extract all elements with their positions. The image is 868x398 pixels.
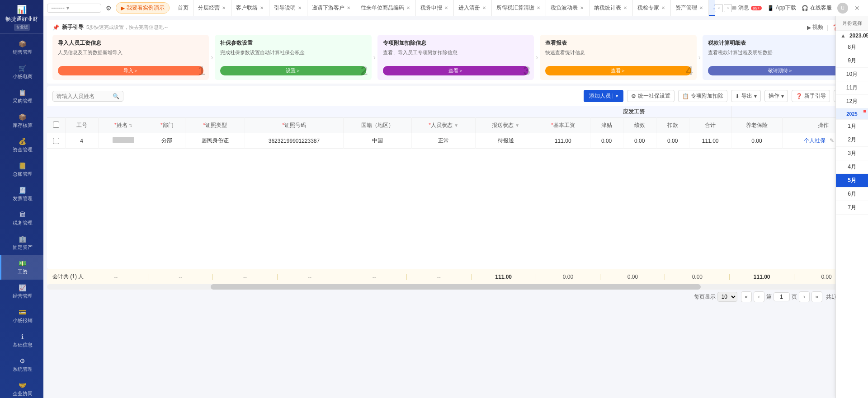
month-prev-button[interactable]: ▲ [839,32,848,40]
next-page-button[interactable]: › [799,291,810,302]
tab-home[interactable]: 首页 [173,0,193,16]
row-checkbox[interactable] [53,138,59,144]
tab-close-icon[interactable]: ✕ [406,5,411,11]
step-2-button[interactable]: 设置＞ [220,66,366,75]
step-4-button[interactable]: 查看＞ [545,66,691,75]
sidebar-item-label: 采购管理 [13,98,33,104]
tab-clearance[interactable]: 进入清册 ✕ [454,0,492,16]
export-button[interactable]: ⬇ 导出 ▾ [731,90,761,102]
month-item-6[interactable]: 6月 [836,187,868,201]
tab-tax-filing[interactable]: 税务申报 ✕ [416,0,454,16]
month-item-12[interactable]: 12月 [836,95,868,108]
online-service-button[interactable]: 🎧 在线客服 [802,4,832,12]
edition-badge: 专业版 [14,24,30,31]
month-item-4[interactable]: 4月 [836,160,868,174]
tab-tax-burden[interactable]: 税负波动表 ✕ [546,0,590,16]
app-close-icon[interactable]: ✕ [854,4,861,12]
special-deduction-button[interactable]: 📋 专项附加扣除 [678,90,727,102]
sidebar-item-baseinfo[interactable]: ℹ 基础信息 [0,328,43,353]
td-basic-salary: 111.00 [536,133,590,149]
sidebar-item-ecommerce[interactable]: 🛒 小畅电商 [0,60,43,84]
sidebar-item-finance[interactable]: 💰 资金管理 [0,133,43,158]
page-number-input[interactable] [774,292,790,301]
sidebar-item-ledger[interactable]: 📒 总账管理 [0,158,43,182]
step-5-button[interactable]: 敬请期待＞ [708,66,854,75]
sidebar-item-tax[interactable]: 🏛 税务管理 [0,206,43,231]
month-item-9[interactable]: 9月 [836,54,868,68]
select-all-checkbox[interactable] [53,122,59,128]
topnav-settings-icon[interactable]: ⚙ [103,3,114,14]
sidebar-item-system[interactable]: ⚙ 系统管理 [0,353,43,377]
prev-page-button[interactable]: ‹ [754,291,764,302]
company-selector[interactable]: ▪▪▪▪▪▪▪ ▾ [47,4,101,13]
month-item-5[interactable]: 5月 [836,174,868,187]
sidebar-item-collab[interactable]: 🤝 企业协同 [0,377,43,398]
horizontal-scrollbar[interactable] [47,284,864,290]
video-link[interactable]: ▶ 视频 [807,23,823,31]
tab-customer-contact[interactable]: 客户联络 ✕ [231,0,269,16]
tab-payroll[interactable]: 工资表 ✕ [709,0,715,16]
td-deduction: 0.00 [656,133,689,149]
month-item-2[interactable]: 2月 [836,133,868,147]
name-sort-icon[interactable]: ⇅ [129,123,132,128]
month-item-8[interactable]: 8月 [836,41,868,54]
sidebar-item-label: 小畅电商 [13,73,33,80]
tab-close-icon[interactable]: ✕ [297,5,302,11]
action-label: 导出 [741,92,752,100]
tab-tax-stats[interactable]: 纳税统计表 ✕ [590,0,633,16]
month-item-7[interactable]: 7月 [836,201,868,215]
tab-asset-mgmt[interactable]: 资产管理 ✕ [671,0,709,16]
step-arrow-4: › [697,35,703,80]
year-2025-item[interactable]: 2025 [836,108,868,120]
sidebar-item-invoice[interactable]: 🧾 发票管理 [0,182,43,206]
tab-product-code[interactable]: 往来单位商品编码 ✕ [356,0,416,16]
sidebar-item-salary[interactable]: 💵 工资 [0,255,43,280]
beginner-guide-button[interactable]: ❓ 新手引导 [792,90,830,102]
tab-close-icon[interactable]: ✕ [698,5,704,11]
tab-invite[interactable]: 邀请下游客户 ✕ [307,0,356,16]
send-filter-icon[interactable]: ▼ [515,123,519,128]
tab-close-icon[interactable]: ✕ [259,5,264,11]
tab-prev-arrow[interactable]: ‹ [715,4,723,12]
app-download-button[interactable]: 📱 App下载 [767,4,796,12]
tab-close-icon[interactable]: ✕ [660,5,666,11]
sidebar-item-assets[interactable]: 🏢 固定资产 [0,231,43,255]
add-employee-button[interactable]: 添加人员 ▾ [584,90,623,102]
sidebar-item-inventory[interactable]: 📦 库存核算 [0,109,43,133]
last-page-button[interactable]: » [811,291,822,302]
month-item-3[interactable]: 3月 [836,147,868,160]
month-item-1[interactable]: 1月 [836,120,868,133]
tab-close-icon[interactable]: ✕ [346,5,351,11]
tab-close-icon[interactable]: ✕ [536,5,541,11]
edit-icon[interactable]: ✎ [830,137,834,144]
employee-search-input[interactable] [57,93,111,99]
tab-close-icon[interactable]: ✕ [623,5,628,11]
tab-income-tax[interactable]: 所得税汇算清缴 ✕ [492,0,546,16]
page-size-dropdown[interactable]: 10 20 50 [717,292,737,302]
step-3-button[interactable]: 查看＞ [383,66,528,75]
tab-guide[interactable]: 引导说明 ✕ [269,0,307,16]
page-size-selector: 每页显示 10 20 50 [694,292,737,302]
tab-tax-expert[interactable]: 税检专家 ✕ [633,0,671,16]
first-page-button[interactable]: « [741,291,752,302]
message-button[interactable]: ✉ 消息 99+ [732,4,761,12]
user-avatar[interactable]: U [837,3,848,14]
tab-close-icon[interactable]: ✕ [481,5,487,11]
social-security-settings-button[interactable]: ⚙ 统一社保设置 [627,90,675,102]
month-item-10[interactable]: 10月 [836,68,868,81]
personal-social-insurance-link[interactable]: 个人社保 [804,137,826,144]
tab-close-icon[interactable]: ✕ [443,5,449,11]
demo-button[interactable]: ▶ 我要看实例演示 [116,2,170,14]
sidebar-item-expense[interactable]: 💳 小畅报销 [0,304,43,328]
month-item-11[interactable]: 11月 [836,81,868,95]
operations-button[interactable]: 操作 ▾ [764,90,788,102]
tab-layered-ops[interactable]: 分层经营 ✕ [193,0,231,16]
tab-close-icon[interactable]: ✕ [579,5,585,11]
sidebar-item-operations[interactable]: 📈 经营管理 [0,280,43,304]
sidebar-item-sales[interactable]: 📦 销售管理 [0,36,43,60]
sidebar-item-purchase[interactable]: 📋 采购管理 [0,84,43,109]
step-1-button[interactable]: 导入＞ [58,66,203,75]
tab-close-icon[interactable]: ✕ [221,5,226,11]
status-filter-icon[interactable]: ▼ [454,123,458,128]
tab-next-arrow[interactable]: › [724,4,732,12]
